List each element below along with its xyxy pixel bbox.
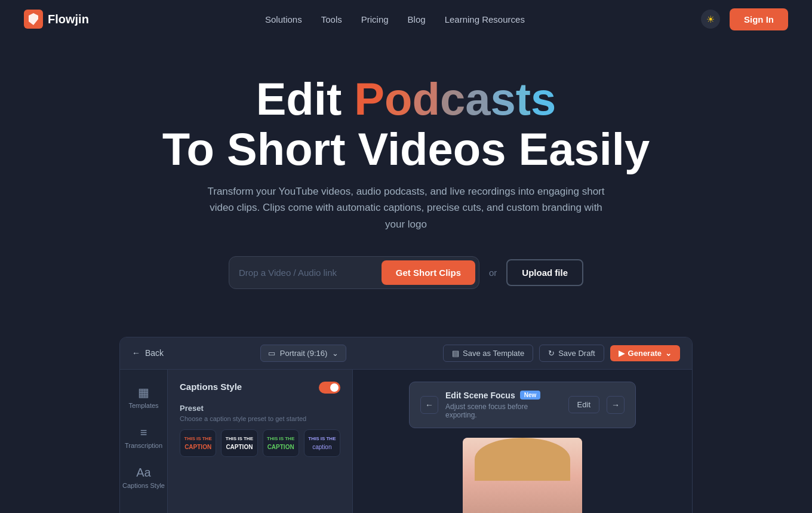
portrait-label: Portrait (9:16): [280, 349, 327, 358]
hero-title-line1: Edit Podcasts: [162, 74, 650, 124]
preset-3-highlight: caption: [307, 444, 337, 450]
hero-title-line2: To Short Videos Easily: [162, 124, 650, 174]
sidebar-transcription-label: Transcription: [125, 442, 162, 449]
sidebar-templates-label: Templates: [128, 402, 158, 409]
caption-preset-2[interactable]: THIS IS THE CAPTION: [263, 429, 299, 457]
preset-0-highlight: CAPTION: [183, 444, 213, 450]
chevron-down-icon: ⌄: [332, 349, 339, 358]
letter-c: c: [440, 73, 465, 124]
back-arrow-icon: ←: [132, 348, 140, 358]
letter-s: s: [490, 73, 515, 124]
transcription-icon: ≡: [140, 426, 147, 440]
captions-style-panel: Captions Style Preset Choose a caption s…: [168, 370, 353, 513]
preset-1-text: THIS IS THE: [224, 436, 254, 441]
sidebar-item-transcription[interactable]: ≡ Transcription: [120, 420, 167, 455]
generate-icon: ▶: [619, 349, 625, 358]
save-template-button[interactable]: ▤ Save as Template: [443, 345, 533, 362]
letter-t: t: [516, 73, 531, 124]
title-podcasts-word: Podcasts: [354, 73, 556, 124]
letter-s2: s: [531, 73, 556, 124]
preset-label: Preset: [180, 404, 340, 413]
generate-button[interactable]: ▶ Generate ⌄: [610, 345, 680, 361]
upload-file-button[interactable]: Upload file: [506, 259, 583, 286]
title-edit-word: Edit: [256, 73, 355, 124]
new-badge: New: [520, 391, 541, 400]
caption-presets-row: THIS IS THE CAPTION THIS IS THE CAPTION …: [180, 429, 340, 457]
scene-focus-desc: Adjust scene focus before exporting.: [445, 403, 561, 419]
scene-focus-title-text: Edit Scene Focus: [445, 391, 515, 400]
sidebar-item-captions-style[interactable]: Aa Captions Style: [120, 460, 167, 495]
sign-in-button[interactable]: Sign In: [730, 8, 788, 30]
portrait-selector[interactable]: ▭ Portrait (9:16) ⌄: [260, 345, 346, 362]
templates-icon: ▦: [138, 385, 149, 400]
nav-item-blog[interactable]: Blog: [408, 14, 426, 24]
sidebar-item-templates[interactable]: ▦ Templates: [120, 379, 167, 415]
flowjin-logo-icon: [24, 10, 43, 29]
scene-edit-button[interactable]: Edit: [568, 396, 599, 413]
preset-2-text: THIS IS THE: [266, 436, 296, 441]
caption-preset-3[interactable]: This is the caption: [304, 429, 340, 457]
dashboard-preview: ← Back ▭ Portrait (9:16) ⌄ ▤ Save as Tem…: [119, 337, 693, 513]
caption-preset-0[interactable]: THIS IS THE CAPTION: [180, 429, 216, 457]
generate-label: Generate: [628, 349, 662, 358]
letter-p: P: [354, 73, 385, 124]
hero-title: Edit Podcasts To Short Videos Easily: [162, 74, 650, 174]
nav-links: Solutions Tools Pricing Blog Learning Re…: [265, 14, 525, 24]
video-thumbnail: [463, 438, 582, 513]
scene-focus-title: Edit Scene Focus New: [445, 391, 561, 400]
url-input[interactable]: [239, 268, 382, 278]
captions-toggle-row: Captions Style: [180, 382, 340, 394]
draft-icon: ↻: [548, 349, 555, 358]
dashboard-body: ▦ Templates ≡ Transcription Aa Captions …: [120, 370, 692, 513]
scene-next-button[interactable]: →: [607, 396, 625, 414]
hero-subtitle: Transform your YouTube videos, audio pod…: [203, 183, 609, 232]
preset-3-text: This is the: [307, 436, 337, 441]
scene-preview-area: ← Edit Scene Focus New Adjust scene focu…: [353, 370, 692, 513]
dashboard-right-buttons: ▤ Save as Template ↻ Save Draft ▶ Genera…: [443, 345, 680, 362]
logo[interactable]: Flowjin: [24, 10, 89, 29]
preset-0-text: THIS IS THE: [183, 436, 213, 441]
captions-style-title: Captions Style: [180, 382, 242, 392]
save-template-label: Save as Template: [463, 349, 524, 358]
sun-icon: ☀: [706, 14, 715, 25]
scene-prev-button[interactable]: ←: [420, 396, 438, 414]
letter-a: a: [465, 73, 490, 124]
caption-preset-1[interactable]: THIS IS THE CAPTION: [221, 429, 257, 457]
hero-section: Edit Podcasts To Short Videos Easily Tra…: [0, 38, 812, 313]
preset-2-highlight: CAPTION: [266, 444, 296, 450]
save-draft-button[interactable]: ↻ Save Draft: [539, 345, 604, 362]
or-separator: or: [489, 268, 497, 278]
save-draft-label: Save Draft: [558, 349, 595, 358]
captions-toggle[interactable]: [319, 382, 340, 394]
captions-style-icon: Aa: [136, 466, 150, 480]
person-preview: [463, 438, 582, 513]
nav-item-tools[interactable]: Tools: [321, 14, 342, 24]
cta-row: Get Short Clips or Upload file: [229, 256, 583, 289]
letter-o1: o: [385, 73, 412, 124]
get-short-clips-button[interactable]: Get Short Clips: [382, 260, 475, 285]
preset-desc: Choose a caption style preset to get sta…: [180, 415, 340, 422]
logo-text: Flowjin: [48, 13, 89, 26]
template-icon: ▤: [452, 349, 459, 358]
theme-toggle-button[interactable]: ☀: [701, 10, 720, 29]
nav-item-learning-resources[interactable]: Learning Resources: [445, 14, 525, 24]
url-input-container: Get Short Clips: [229, 256, 479, 289]
nav-item-pricing[interactable]: Pricing: [361, 14, 389, 24]
portrait-icon: ▭: [268, 349, 275, 358]
navbar: Flowjin Solutions Tools Pricing Blog Lea…: [0, 0, 812, 38]
letter-d: d: [412, 73, 439, 124]
preset-1-highlight: CAPTION: [224, 444, 254, 450]
back-button[interactable]: ← Back: [132, 348, 164, 358]
generate-chevron-icon: ⌄: [665, 349, 672, 358]
dashboard-topbar: ← Back ▭ Portrait (9:16) ⌄ ▤ Save as Tem…: [120, 337, 692, 370]
sidebar-captions-label: Captions Style: [122, 482, 165, 489]
scene-focus-popup: ← Edit Scene Focus New Adjust scene focu…: [409, 382, 636, 428]
dashboard-sidebar: ▦ Templates ≡ Transcription Aa Captions …: [120, 370, 168, 513]
nav-right: ☀ Sign In: [701, 8, 788, 30]
back-label: Back: [145, 348, 164, 358]
nav-item-solutions[interactable]: Solutions: [265, 14, 302, 24]
scene-focus-text: Edit Scene Focus New Adjust scene focus …: [445, 391, 561, 419]
